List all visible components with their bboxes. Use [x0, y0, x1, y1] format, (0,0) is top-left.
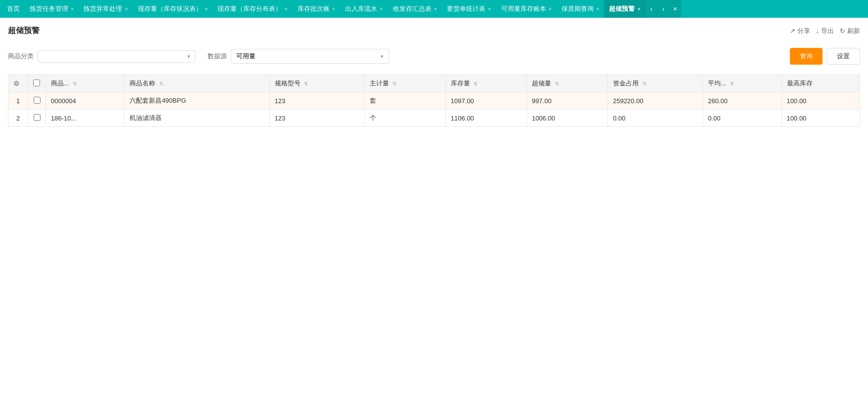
nav-label-inventory-status: 现存量（库存状况表）: [138, 4, 202, 13]
nav-next-arrow[interactable]: ›: [657, 0, 669, 18]
nav-item-order-stats[interactable]: 要货单统计表 ×: [442, 0, 496, 18]
nav-label-inventory-dist: 现存量（库存分布表）: [217, 4, 282, 13]
close-icon-available-account[interactable]: ×: [549, 6, 552, 12]
sort-icon-spec: ⇅: [304, 81, 308, 86]
nav-item-batch-account[interactable]: 库存批次账 ×: [293, 0, 340, 18]
nav-label-abnormal: 拣货异常处理: [84, 4, 122, 13]
category-dropdown-arrow: ▾: [187, 53, 190, 60]
nav-label-available-account: 可用量库存账本: [501, 4, 546, 13]
export-button[interactable]: ↓ 导出: [816, 27, 834, 36]
col-header-unit[interactable]: 主计量 ⇅: [364, 75, 445, 92]
cell-stock-1: 1106.00: [445, 110, 526, 127]
nav-item-expiry-query[interactable]: 保质期查询 ×: [557, 0, 604, 18]
sort-icon-capital: ⇅: [643, 81, 647, 86]
cell-product-code-0: 0000004: [46, 92, 125, 110]
refresh-label: 刷新: [847, 27, 860, 36]
nav-label-receive-summary: 收发存汇总表: [393, 4, 432, 13]
datasource-label: 数据源: [208, 52, 227, 61]
col-header-stock[interactable]: 库存量 ⇅: [445, 75, 526, 92]
filter-actions: 查询 设置: [790, 48, 860, 65]
nav-more-arrow[interactable]: ×: [669, 0, 681, 18]
row-num-0: 1: [8, 92, 28, 110]
nav-item-abnormal[interactable]: 拣货异常处理 ×: [79, 0, 132, 18]
cell-unit-1: 个: [364, 110, 445, 127]
col-header-overstock[interactable]: 超储量 ⇅: [526, 75, 608, 92]
col-header-product-name[interactable]: 商品名称 ⇅: [125, 75, 269, 92]
close-icon-overstock-warning[interactable]: ×: [637, 6, 640, 12]
close-icon-order-stats[interactable]: ×: [488, 6, 491, 12]
settings-button[interactable]: 设置: [826, 48, 860, 65]
sort-icon-avg: ⇅: [730, 81, 734, 86]
cell-product-name-0: 六配套新昌490BPG: [125, 92, 269, 110]
nav-prev-arrow[interactable]: ‹: [646, 0, 657, 18]
close-icon-receive-summary[interactable]: ×: [434, 6, 437, 12]
category-select[interactable]: ▾: [38, 50, 196, 63]
filter-row: 商品分类 ▾ 数据源 可用量 ▾ 查询 设置: [8, 44, 860, 69]
filter-datasource: 数据源 可用量 ▾: [208, 49, 389, 64]
export-icon: ↓: [816, 27, 820, 35]
nav-bar: 首页 拣货任务管理 × 拣货异常处理 × 现存量（库存状况表） × 现存量（库存…: [0, 0, 868, 18]
nav-label-order-stats: 要货单统计表: [447, 4, 485, 13]
nav-item-receive-summary[interactable]: 收发存汇总表 ×: [388, 0, 442, 18]
col-header-settings[interactable]: ⚙: [8, 75, 28, 92]
col-header-capital[interactable]: 资金占用 ⇅: [608, 75, 702, 92]
nav-label-batch-account: 库存批次账: [298, 4, 330, 13]
export-label: 导出: [821, 27, 834, 36]
close-icon-batch-account[interactable]: ×: [332, 6, 335, 12]
nav-label-task-mgmt: 拣货任务管理: [30, 4, 68, 13]
row-num-1: 2: [8, 110, 28, 127]
nav-label-inout-flow: 出入库流水: [345, 4, 377, 13]
gear-icon[interactable]: ⚙: [13, 79, 20, 87]
sort-icon-product-name: ⇅: [159, 81, 163, 86]
col-header-checkbox: [28, 75, 46, 92]
sort-icon-product-code: ⇅: [73, 81, 77, 86]
cell-max-stock-0: 100.00: [781, 92, 860, 110]
sort-icon-overstock: ⇅: [555, 81, 559, 86]
row-checkbox-1[interactable]: [28, 110, 46, 127]
row-select-checkbox-0[interactable]: [34, 97, 41, 104]
cell-spec-1: 123: [269, 110, 364, 127]
nav-label-home: 首页: [7, 4, 20, 13]
nav-item-available-account[interactable]: 可用量库存账本 ×: [496, 0, 557, 18]
row-checkbox-0[interactable]: [28, 92, 46, 110]
refresh-button[interactable]: ↻ 刷新: [840, 27, 860, 36]
cell-capital-0: 259220.00: [608, 92, 702, 110]
row-select-checkbox-1[interactable]: [34, 114, 41, 121]
close-icon-inventory-dist[interactable]: ×: [284, 6, 287, 12]
query-button[interactable]: 查询: [790, 48, 823, 65]
col-header-max-stock: 最高库存: [781, 75, 860, 92]
col-header-product-code[interactable]: 商品... ⇅: [46, 75, 125, 92]
datasource-value: 可用量: [236, 52, 256, 61]
close-icon-inout-flow[interactable]: ×: [380, 6, 383, 12]
nav-item-inventory-status[interactable]: 现存量（库存状况表） ×: [133, 0, 213, 18]
col-header-spec[interactable]: 规格型号 ⇅: [269, 75, 364, 92]
sort-icon-stock: ⇅: [474, 81, 477, 86]
share-icon: ↗: [790, 27, 795, 35]
nav-item-overstock-warning[interactable]: 超储预警 ×: [604, 0, 645, 18]
page-title: 超储预警: [8, 26, 40, 36]
cell-capital-1: 0.00: [608, 110, 702, 127]
share-label: 分享: [797, 27, 810, 36]
nav-item-task-mgmt[interactable]: 拣货任务管理 ×: [25, 0, 79, 18]
nav-item-home[interactable]: 首页: [2, 0, 25, 18]
table-row[interactable]: 1 0000004 六配套新昌490BPG 123 套 1097.00 997.…: [8, 92, 860, 110]
nav-label-expiry-query: 保质期查询: [562, 4, 594, 13]
close-icon-inventory-status[interactable]: ×: [205, 6, 208, 12]
category-label: 商品分类: [8, 52, 34, 61]
share-button[interactable]: ↗ 分享: [790, 27, 810, 36]
data-table: ⚙ 商品... ⇅ 商品名称 ⇅ 规格型号 ⇅ 主计量: [8, 75, 860, 127]
cell-overstock-0: 997.00: [526, 92, 608, 110]
datasource-select[interactable]: 可用量 ▾: [231, 49, 389, 64]
page-header: 超储预警 ↗ 分享 ↓ 导出 ↻ 刷新: [8, 26, 860, 36]
close-icon-abnormal[interactable]: ×: [125, 6, 128, 12]
col-header-avg[interactable]: 平均... ⇅: [703, 75, 781, 92]
sort-icon-unit: ⇅: [392, 81, 396, 86]
close-icon-task-mgmt[interactable]: ×: [71, 6, 74, 12]
close-icon-expiry-query[interactable]: ×: [596, 6, 599, 12]
nav-item-inout-flow[interactable]: 出入库流水 ×: [340, 0, 388, 18]
nav-item-inventory-dist[interactable]: 现存量（库存分布表） ×: [213, 0, 292, 18]
cell-overstock-1: 1006.00: [526, 110, 608, 127]
select-all-checkbox[interactable]: [33, 79, 40, 86]
table-row[interactable]: 2 186-10... 机油滤清器 123 个 1106.00 1006.00 …: [8, 110, 860, 127]
cell-avg-1: 0.00: [703, 110, 781, 127]
